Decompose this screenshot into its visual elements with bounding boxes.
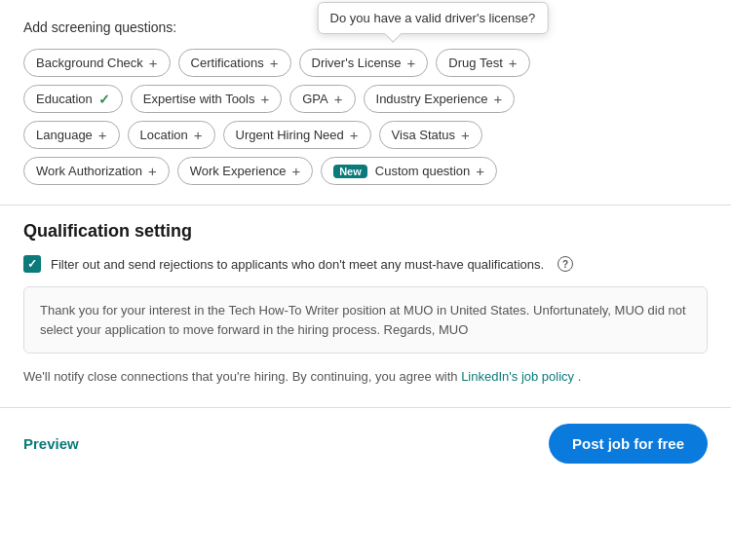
chip-label: Location — [140, 128, 188, 142]
info-icon[interactable]: ? — [558, 256, 573, 272]
plus-icon: + — [461, 127, 470, 143]
plus-icon: + — [509, 55, 518, 71]
plus-icon: + — [334, 91, 343, 107]
chip-background-check[interactable]: Background Check + — [23, 49, 171, 77]
chip-label: Background Check — [36, 56, 143, 70]
chip-label: Driver's License — [312, 56, 402, 70]
chip-label: Work Experience — [190, 164, 287, 178]
chip-label: Drug Test — [448, 56, 502, 70]
qualification-section: Qualification setting Filter out and sen… — [0, 221, 731, 354]
filter-label: Filter out and send rejections to applic… — [51, 257, 544, 272]
plus-icon: + — [350, 127, 359, 143]
filter-checkbox-row: Filter out and send rejections to applic… — [23, 255, 708, 273]
plus-icon: + — [148, 163, 157, 179]
chip-label: Custom question — [375, 164, 471, 178]
policy-text: We'll notify close connections that you'… — [0, 369, 731, 399]
chip-location[interactable]: Location + — [128, 121, 215, 149]
qualification-title: Qualification setting — [23, 221, 708, 242]
plus-icon: + — [270, 55, 279, 71]
chip-custom-question[interactable]: New Custom question + — [321, 157, 497, 185]
post-job-button[interactable]: Post job for free — [549, 424, 708, 464]
chip-urgent-hiring-need[interactable]: Urgent Hiring Need + — [223, 121, 371, 149]
check-icon: ✓ — [98, 92, 110, 107]
preview-button[interactable]: Preview — [23, 435, 79, 452]
chip-gpa[interactable]: GPA + — [289, 85, 355, 113]
chip-label: Certifications — [191, 56, 264, 70]
plus-icon: + — [149, 55, 158, 71]
plus-icon: + — [98, 127, 107, 143]
policy-link[interactable]: LinkedIn's job policy — [461, 369, 574, 384]
chip-label: Expertise with Tools — [143, 92, 255, 106]
plus-icon: + — [476, 163, 484, 179]
chips-row-1: Background Check + Certifications + Do y… — [23, 49, 708, 77]
chip-work-experience[interactable]: Work Experience + — [177, 157, 314, 185]
tooltip: Do you have a valid driver's license? — [318, 2, 549, 34]
rejection-message-box: Thank you for your interest in the Tech … — [23, 286, 708, 354]
chips-row-2: Education ✓ Expertise with Tools + GPA +… — [23, 85, 708, 113]
chip-industry-experience[interactable]: Industry Experience + — [364, 85, 516, 113]
chip-label: Visa Status — [392, 128, 456, 142]
plus-icon: + — [407, 55, 416, 71]
new-badge: New — [333, 165, 367, 178]
plus-icon: + — [291, 163, 300, 179]
chips-row-3: Language + Location + Urgent Hiring Need… — [23, 121, 708, 149]
chip-visa-status[interactable]: Visa Status + — [379, 121, 482, 149]
footer: Preview Post job for free — [0, 407, 731, 479]
chip-label: Work Authorization — [36, 164, 142, 178]
drivers-license-wrapper: Do you have a valid driver's license? Dr… — [299, 49, 429, 77]
chips-row-4: Work Authorization + Work Experience + N… — [23, 157, 708, 185]
chip-certifications[interactable]: Certifications + — [178, 49, 291, 77]
chip-label: Education — [36, 92, 93, 106]
chip-label: Industry Experience — [376, 92, 488, 106]
filter-checkbox[interactable] — [23, 255, 41, 273]
chip-label: Language — [36, 128, 93, 142]
chip-expertise-with-tools[interactable]: Expertise with Tools + — [131, 85, 282, 113]
chip-language[interactable]: Language + — [23, 121, 120, 149]
plus-icon: + — [493, 91, 502, 107]
chip-drivers-license[interactable]: Driver's License + — [299, 49, 429, 77]
chip-education[interactable]: Education ✓ — [23, 85, 123, 113]
chip-work-authorization[interactable]: Work Authorization + — [23, 157, 170, 185]
section-divider — [0, 205, 731, 205]
chip-label: GPA — [302, 92, 328, 106]
plus-icon: + — [260, 91, 269, 107]
chip-drug-test[interactable]: Drug Test + — [436, 49, 529, 77]
chip-label: Urgent Hiring Need — [236, 128, 344, 142]
plus-icon: + — [194, 127, 203, 143]
